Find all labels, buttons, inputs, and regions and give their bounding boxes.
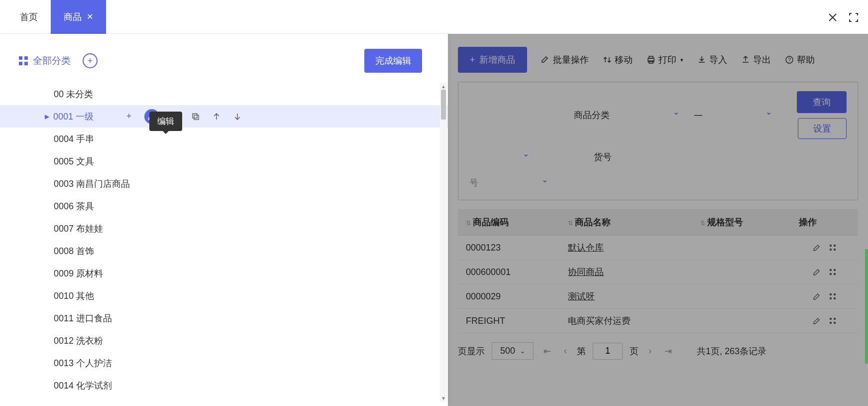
tree-item[interactable]: 0005 文具 bbox=[0, 150, 448, 172]
tree-item[interactable]: 0011 进口食品 bbox=[0, 307, 448, 329]
tab-home[interactable]: 首页 bbox=[7, 0, 51, 34]
add-child-icon[interactable]: + bbox=[123, 111, 134, 122]
tab-bar: 首页 商品 ✕ bbox=[0, 0, 868, 34]
svg-rect-3 bbox=[24, 62, 28, 65]
category-panel: 全部分类 + 完成编辑 编辑 00 未分类 ▶ 0001 一级 + bbox=[0, 34, 448, 406]
tree-item[interactable]: 0008 首饰 bbox=[0, 240, 448, 262]
tree-item[interactable]: 0013 个人护洁 bbox=[0, 352, 448, 374]
fullscreen-icon[interactable] bbox=[845, 9, 862, 26]
close-icon[interactable]: ✕ bbox=[87, 12, 93, 21]
close-all-icon[interactable] bbox=[824, 9, 841, 26]
tree-item[interactable]: 0007 布娃娃 bbox=[0, 217, 448, 240]
finish-edit-button[interactable]: 完成编辑 bbox=[364, 49, 422, 73]
svg-rect-2 bbox=[19, 62, 22, 65]
tree-item[interactable]: 0006 茶具 bbox=[0, 195, 448, 217]
tree-item[interactable]: 00 未分类 bbox=[0, 83, 448, 105]
copy-icon[interactable] bbox=[190, 111, 201, 122]
scroll-up-icon[interactable]: ▲ bbox=[441, 84, 446, 89]
tab-home-label: 首页 bbox=[20, 11, 38, 23]
move-up-icon[interactable] bbox=[211, 111, 222, 122]
move-down-icon[interactable] bbox=[232, 111, 243, 122]
scroll-thumb[interactable] bbox=[441, 90, 446, 120]
add-category-button[interactable]: + bbox=[83, 53, 98, 68]
green-indicator bbox=[865, 249, 868, 364]
edit-tooltip: 编辑 bbox=[149, 112, 182, 131]
svg-rect-4 bbox=[193, 114, 197, 118]
tree-item-selected[interactable]: ▶ 0001 一级 + bbox=[0, 105, 448, 128]
tree-item[interactable]: 0009 原材料 bbox=[0, 262, 448, 284]
svg-rect-0 bbox=[19, 56, 22, 60]
svg-rect-5 bbox=[194, 115, 199, 120]
tree-item[interactable]: 0003 南昌门店商品 bbox=[0, 172, 448, 195]
category-tree: 00 未分类 ▶ 0001 一级 + 0004 手串 0005 文具 0003 bbox=[0, 83, 448, 397]
tree-item[interactable]: 0014 化学试剂 bbox=[0, 374, 448, 397]
svg-rect-1 bbox=[24, 56, 28, 60]
caret-right-icon: ▶ bbox=[45, 113, 49, 120]
tree-item[interactable]: 0010 其他 bbox=[0, 284, 448, 307]
grid-icon bbox=[19, 56, 28, 65]
scroll-down-icon[interactable]: ▼ bbox=[441, 396, 446, 401]
tab-product[interactable]: 商品 ✕ bbox=[51, 0, 106, 34]
all-categories-label[interactable]: 全部分类 bbox=[33, 54, 71, 67]
tree-item[interactable]: 0012 洗衣粉 bbox=[0, 329, 448, 352]
tab-product-label: 商品 bbox=[64, 11, 82, 23]
tree-item[interactable]: 0004 手串 bbox=[0, 128, 448, 150]
scrollbar[interactable]: ▲ ▼ bbox=[440, 83, 447, 402]
modal-overlay[interactable] bbox=[448, 34, 868, 406]
